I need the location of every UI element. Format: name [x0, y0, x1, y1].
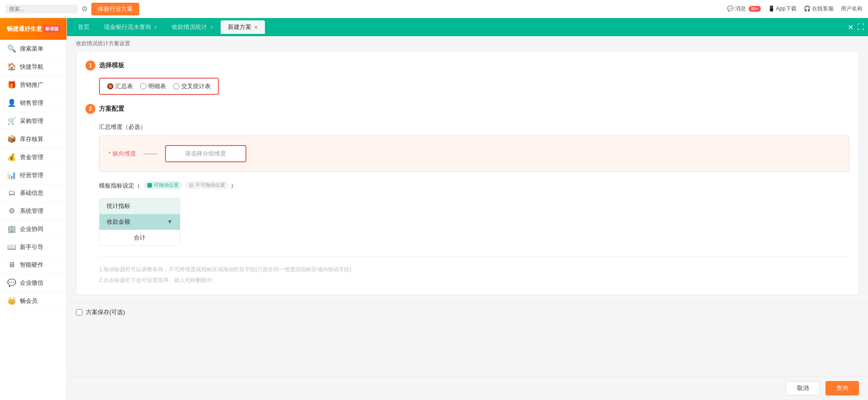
finance-icon: 💰 — [7, 153, 16, 161]
guide-icon: 📖 — [7, 243, 16, 251]
user-name[interactable]: 用户名称 — [841, 5, 863, 13]
gear-icon[interactable]: ⚙ — [81, 5, 88, 13]
cancel-button[interactable]: 取消 — [786, 381, 820, 395]
stats-dropdown-icon[interactable]: ▼ — [167, 218, 173, 225]
section1-title: 选择模板 — [99, 61, 124, 70]
sidebar-label-purchase: 采购管理 — [20, 117, 43, 125]
purchase-icon: 🛒 — [7, 117, 16, 125]
sidebar-label-finance: 资金管理 — [20, 153, 43, 161]
notification-icon: 💬 — [727, 5, 734, 12]
sidebar-item-system[interactable]: ⚙ 系统管理 — [0, 202, 66, 220]
query-button[interactable]: 查询 — [826, 381, 859, 395]
stats-row: 合计 — [99, 230, 180, 245]
draggable-badge: 可拖动位置 — [144, 181, 182, 189]
non-draggable-badge: 不可拖动位置 — [185, 181, 229, 189]
section2-num: 2 — [85, 104, 95, 114]
member-icon: 👑 — [7, 296, 16, 305]
sidebar-label-system: 系统管理 — [20, 207, 43, 215]
app-download[interactable]: 📱 App下载 — [768, 5, 797, 13]
sidebar-label-search-menu: 搜索菜单 — [20, 45, 43, 53]
sidebar-label-smart-hardware: 智能硬件 — [20, 261, 43, 269]
radio-summary-input[interactable] — [107, 83, 113, 89]
scheme-save-section: 方案保存(可选) — [67, 302, 868, 322]
sidebar-item-member[interactable]: 👑 畅会员 — [0, 292, 66, 310]
template-selector-box: 汇总表 明细表 交叉统计表 — [99, 78, 219, 95]
sidebar-item-enterprise[interactable]: 🏢 企业协同 — [0, 220, 66, 238]
sidebar-item-operations[interactable]: 📊 经营管理 — [0, 166, 66, 184]
sidebar-item-sales[interactable]: 👤 销售管理 — [0, 94, 66, 112]
sidebar-label-sales: 销售管理 — [20, 99, 43, 107]
sidebar-label-enterprise: 企业协同 — [20, 225, 43, 233]
template-selector: 汇总表 明细表 交叉统计表 — [99, 78, 849, 95]
wechat-icon: 💬 — [7, 278, 16, 287]
radio-detail-input[interactable] — [140, 83, 146, 89]
inventory-icon: 📦 — [7, 135, 16, 143]
sidebar-item-quick-nav[interactable]: 🏠 快捷导航 — [0, 58, 66, 76]
tab-new-scheme-close[interactable]: ✕ — [254, 25, 258, 30]
metrics-label: 模板指标设定（ 可拖动位置 不可拖动位置 ） — [99, 181, 849, 190]
sidebar-label-quick-nav: 快捷导航 — [20, 63, 43, 71]
section1-num: 1 — [85, 61, 95, 71]
sidebar-item-smart-hardware[interactable]: 🖥 智能硬件 — [0, 256, 66, 274]
smart-hardware-icon: 🖥 — [7, 261, 16, 269]
sidebar-item-guide[interactable]: 📖 新手引导 — [0, 238, 66, 256]
tab-bank-flow-close[interactable]: ✕ — [154, 25, 157, 30]
online-service[interactable]: 🎧 在线客服 — [804, 5, 834, 13]
service-icon: 🎧 — [804, 5, 811, 12]
sidebar-label-guide: 新手引导 — [20, 243, 43, 251]
radio-group: 汇总表 明细表 交叉统计表 — [107, 82, 211, 90]
quick-nav-icon: 🏠 — [7, 62, 16, 71]
search-input[interactable] — [5, 5, 78, 14]
metrics-section: 模板指标设定（ 可拖动位置 不可拖动位置 ） — [99, 181, 849, 247]
sidebar-item-base-info[interactable]: 🗂 基础信息 — [0, 184, 66, 202]
sidebar-item-finance[interactable]: 💰 资金管理 — [0, 148, 66, 166]
radio-summary[interactable]: 汇总表 — [107, 82, 133, 90]
sidebar-item-search-menu[interactable]: 🔍 搜索菜单 — [0, 40, 66, 58]
marketing-icon: 🎁 — [7, 80, 16, 89]
stats-table-header: 统计指标 — [99, 198, 180, 214]
sidebar-item-purchase[interactable]: 🛒 采购管理 — [0, 112, 66, 130]
config-section: 汇总维度（必选） * 纵向维度 —— 请选择分组维度 模板指标设定（ — [99, 123, 849, 286]
operations-icon: 📊 — [7, 171, 16, 179]
tips-section: 1.拖动标题栏可以调整布局，不可跨维度或指标区域拖动栏目字段(只能在同一维度或指… — [99, 256, 849, 286]
header-right: 💬 消息 99+ 📱 App下载 🎧 在线客服 用户名称 — [727, 5, 863, 13]
notification-area[interactable]: 💬 消息 99+ — [727, 5, 761, 13]
tips-text: 1.拖动标题栏可以调整布局，不可跨维度或指标区域拖动栏目字段(只能在同一维度或指… — [99, 264, 849, 286]
tab-new-scheme[interactable]: 新建方案 ✕ — [221, 20, 265, 34]
tab-bank-flow[interactable]: 现金银行流水查询 ✕ — [97, 20, 165, 34]
dimension-selector[interactable]: 请选择分组维度 — [165, 145, 246, 162]
sidebar-logo: 畅捷通好生意 标准版 — [0, 18, 66, 40]
sales-icon: 👤 — [7, 99, 16, 107]
stats-column-header[interactable]: 收款金额 ▼ — [99, 214, 180, 230]
dimension-area: * 纵向维度 —— 请选择分组维度 — [99, 136, 849, 172]
top-header: ⚙ 体验行业方案 💬 消息 99+ 📱 App下载 🎧 在线客服 用户名称 — [0, 0, 868, 18]
content-area: 首页 现金银行流水查询 ✕ 收款情况统计 ✕ 新建方案 ✕ ✕ ⛶ — [67, 18, 868, 400]
tab-home[interactable]: 首页 — [71, 20, 97, 34]
base-info-icon: 🗂 — [7, 189, 16, 197]
tab-maximize-icon[interactable]: ⛶ — [857, 23, 864, 32]
tab-collection-stats-close[interactable]: ✕ — [210, 25, 213, 30]
header-left: ⚙ 体验行业方案 — [5, 3, 139, 15]
sidebar-item-inventory[interactable]: 📦 库存核算 — [0, 130, 66, 148]
notification-label: 消息 — [735, 5, 746, 12]
section2-title: 方案配置 — [99, 105, 124, 113]
sidebar-label-marketing: 营销推广 — [20, 81, 43, 89]
sidebar-item-marketing[interactable]: 🎁 营销推广 — [0, 76, 66, 94]
trial-button[interactable]: 体验行业方案 — [91, 3, 139, 15]
summary-dimension-label: 汇总维度（必选） — [99, 123, 849, 131]
section1-header: 1 选择模板 — [85, 61, 849, 71]
scheme-save-label: 方案保存(可选) — [86, 308, 125, 316]
breadcrumb: 收款情况统计方案设置 — [67, 36, 868, 51]
radio-cross[interactable]: 交叉统计表 — [173, 82, 211, 90]
system-icon: ⚙ — [7, 207, 16, 215]
tab-bar-actions: ✕ ⛶ — [848, 23, 864, 32]
scheme-save-checkbox[interactable] — [76, 309, 82, 315]
tab-collection-stats[interactable]: 收款情况统计 ✕ — [165, 20, 221, 34]
sidebar-item-wechat[interactable]: 💬 企业微信 — [0, 274, 66, 292]
radio-cross-input[interactable] — [173, 83, 179, 89]
form-card: 1 选择模板 汇总表 明细表 — [76, 51, 859, 295]
tab-close-all-icon[interactable]: ✕ — [848, 23, 854, 32]
radio-detail[interactable]: 明细表 — [140, 82, 166, 90]
sidebar: 畅捷通好生意 标准版 🔍 搜索菜单 🏠 快捷导航 🎁 营销推广 👤 销售管理 🛒… — [0, 18, 67, 400]
enterprise-icon: 🏢 — [7, 225, 16, 233]
